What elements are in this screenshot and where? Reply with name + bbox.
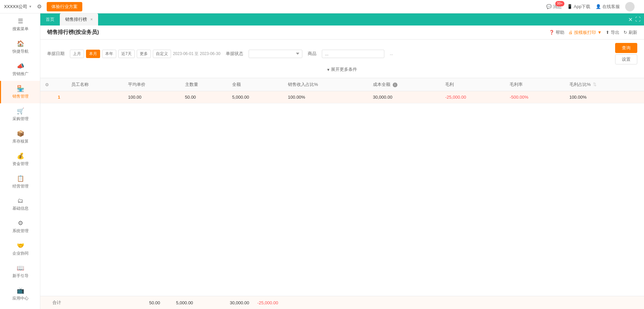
sidebar-item-wechat[interactable]: 💬 企业微信 bbox=[0, 305, 40, 309]
sidebar-item-marketing[interactable]: 📣 营销推广 bbox=[0, 58, 40, 81]
chevron-down-icon: ▾ bbox=[327, 67, 330, 72]
export-button[interactable]: ⬆ 导出 bbox=[606, 30, 619, 36]
download-icon: 📱 bbox=[567, 4, 572, 9]
avatar[interactable] bbox=[625, 2, 635, 11]
status-filter-select[interactable] bbox=[249, 50, 302, 58]
sidebar-item-purchase[interactable]: 🛒 采购管理 bbox=[0, 103, 40, 126]
col-gross-pct: 毛利占比% ⇅ bbox=[565, 78, 644, 91]
sidebar-item-label: 营销推广 bbox=[12, 71, 29, 77]
message-badge: 99+ bbox=[555, 1, 564, 6]
row-quantity: 50.00 bbox=[181, 91, 228, 103]
page-title: 销售排行榜(按业务员) bbox=[47, 29, 99, 36]
message-button[interactable]: 💬 消息 99+ bbox=[546, 4, 562, 10]
online-service-button[interactable]: 👤 在线客服 bbox=[596, 4, 620, 10]
sales-icon: 🏪 bbox=[17, 85, 24, 92]
sidebar-item-quick-nav[interactable]: 🏠 快捷导航 bbox=[0, 36, 40, 58]
sidebar-item-operations[interactable]: 📋 经营管理 bbox=[0, 171, 40, 193]
query-button[interactable]: 查询 bbox=[615, 43, 637, 53]
date-btn-7days[interactable]: 近7天 bbox=[118, 50, 135, 58]
sidebar-item-system[interactable]: ⚙ 系统管理 bbox=[0, 215, 40, 238]
col-quantity: 主数量 bbox=[181, 78, 228, 91]
content-area: 首页 销售排行榜 × ✕ ⛶ 销售排行榜(按业务员) ❓ 帮助 bbox=[40, 13, 644, 309]
filter-settings-button[interactable]: 设置 bbox=[615, 54, 637, 64]
row-amount: 5,000.00 bbox=[228, 91, 284, 103]
sidebar-item-search[interactable]: ☰ 搜索菜单 bbox=[0, 13, 40, 36]
sidebar-item-label: 销售管理 bbox=[12, 94, 29, 99]
date-btn-last-month[interactable]: 上月 bbox=[70, 50, 84, 58]
trial-button[interactable]: 体验行业方案 bbox=[47, 2, 82, 11]
sidebar-item-enterprise[interactable]: 🤝 企业协同 bbox=[0, 238, 40, 260]
date-btn-custom[interactable]: 自定义 bbox=[153, 50, 171, 58]
footer-cost: 30,000.00 bbox=[226, 300, 253, 305]
page-header: 销售排行榜(按业务员) ❓ 帮助 🖨 按模板打印 ▼ ⬆ 导出 bbox=[40, 25, 644, 40]
filter-actions: 查询 设置 bbox=[615, 43, 637, 64]
main-layout: ☰ 搜索菜单 🏠 快捷导航 📣 营销推广 🏪 销售管理 🛒 采购管理 📦 库存核… bbox=[0, 13, 644, 309]
settings-button[interactable]: ⚙ bbox=[35, 2, 44, 11]
sidebar-item-label: 经营管理 bbox=[12, 184, 29, 189]
basic-info-icon: 🗂 bbox=[17, 197, 24, 204]
sidebar-item-funds[interactable]: 💰 资金管理 bbox=[0, 148, 40, 171]
sidebar: ☰ 搜索菜单 🏠 快捷导航 📣 营销推广 🏪 销售管理 🛒 采购管理 📦 库存核… bbox=[0, 13, 40, 309]
sidebar-item-guide[interactable]: 📖 新手引导 bbox=[0, 260, 40, 283]
tab-sales-ranking-label: 销售排行榜 bbox=[65, 16, 87, 22]
table-footer: 合计 50.00 5,000.00 30,000.00 -25,000.00 bbox=[40, 296, 644, 309]
sidebar-item-label: 基础信息 bbox=[12, 206, 29, 211]
help-icon: ❓ bbox=[549, 30, 554, 35]
tab-maximize-icon[interactable]: ⛶ bbox=[635, 16, 641, 22]
sidebar-item-inventory[interactable]: 📦 库存核算 bbox=[0, 126, 40, 148]
date-range-display: 2023-06-01 至 2023-06-30 bbox=[173, 51, 220, 57]
col-cost: 成本全额 i bbox=[369, 78, 441, 91]
system-icon: ⚙ bbox=[18, 219, 23, 227]
export-icon: ⬆ bbox=[606, 30, 609, 35]
row-employee bbox=[67, 91, 124, 103]
col-employee: 员工名称 bbox=[67, 78, 124, 91]
cost-info-icon[interactable]: i bbox=[393, 83, 397, 87]
status-filter-label: 单据状态 bbox=[226, 51, 243, 57]
date-filter: 上月 本月 本年 近7天 更多 自定义 2023-06-01 至 2023-06… bbox=[70, 50, 220, 58]
date-btn-more[interactable]: 更多 bbox=[137, 50, 151, 58]
tab-home[interactable]: 首页 bbox=[40, 13, 60, 25]
help-button[interactable]: ❓ 帮助 bbox=[549, 30, 564, 36]
company-selector[interactable]: XXXXX公司 ▼ bbox=[4, 4, 32, 10]
sidebar-item-label: 库存核算 bbox=[12, 139, 29, 144]
row-settings bbox=[40, 91, 54, 103]
footer-quantity: 50.00 bbox=[145, 300, 172, 305]
app-download-button[interactable]: 📱 App下载 bbox=[567, 4, 590, 10]
sidebar-item-label: 快捷导航 bbox=[12, 49, 29, 54]
sidebar-item-basic-info[interactable]: 🗂 基础信息 bbox=[0, 193, 40, 215]
col-gross-rate: 毛利率 bbox=[506, 78, 565, 91]
row-gross-rate: -500.00% bbox=[506, 91, 565, 103]
col-rank bbox=[54, 78, 67, 91]
tab-bar-right: ✕ ⛶ bbox=[628, 16, 644, 23]
gross-pct-sort-icon[interactable]: ⇅ bbox=[593, 82, 597, 87]
app-center-icon: 📺 bbox=[17, 287, 24, 294]
tab-close-window-icon[interactable]: ✕ bbox=[628, 16, 633, 23]
expand-more-button[interactable]: ▾ 展开更多条件 bbox=[47, 64, 637, 74]
sidebar-item-app-center[interactable]: 📺 应用中心 bbox=[0, 283, 40, 305]
goods-more-link[interactable]: ... bbox=[390, 51, 393, 56]
sidebar-item-label: 采购管理 bbox=[12, 116, 29, 122]
date-btn-this-month[interactable]: 本月 bbox=[86, 50, 100, 58]
company-name: XXXXX公司 bbox=[4, 4, 27, 10]
table-settings-icon[interactable]: ⚙ bbox=[45, 82, 49, 87]
col-avg-price: 平均单价 bbox=[124, 78, 181, 91]
goods-filter-input[interactable] bbox=[322, 50, 384, 58]
tab-bar: 首页 销售排行榜 × ✕ ⛶ bbox=[40, 13, 644, 25]
date-btn-this-year[interactable]: 本年 bbox=[102, 50, 116, 58]
footer-gross: -25,000.00 bbox=[253, 300, 282, 305]
sidebar-item-label: 应用中心 bbox=[12, 296, 29, 301]
sales-ranking-table: ⚙ 员工名称 平均单价 主数量 全额 销售收入占比% 成本全额 i 毛利 毛利率… bbox=[40, 78, 644, 103]
row-cost: 30,000.00 bbox=[369, 91, 441, 103]
print-button[interactable]: 🖨 按模板打印 ▼ bbox=[568, 30, 602, 36]
search-menu-icon: ☰ bbox=[18, 17, 23, 25]
app-download-label: App下载 bbox=[574, 4, 590, 10]
row-avg-price: 100.00 bbox=[124, 91, 181, 103]
refresh-button[interactable]: ↻ 刷新 bbox=[624, 30, 637, 36]
tab-close-icon[interactable]: × bbox=[90, 17, 93, 22]
top-bar: XXXXX公司 ▼ ⚙ 体验行业方案 💬 消息 99+ 📱 App下载 👤 在线… bbox=[0, 0, 644, 13]
purchase-icon: 🛒 bbox=[17, 107, 24, 115]
sidebar-item-label: 搜索菜单 bbox=[12, 26, 29, 32]
tab-sales-ranking[interactable]: 销售排行榜 × bbox=[60, 13, 98, 25]
enterprise-icon: 🤝 bbox=[17, 242, 24, 249]
sidebar-item-sales[interactable]: 🏪 销售管理 bbox=[0, 81, 40, 103]
